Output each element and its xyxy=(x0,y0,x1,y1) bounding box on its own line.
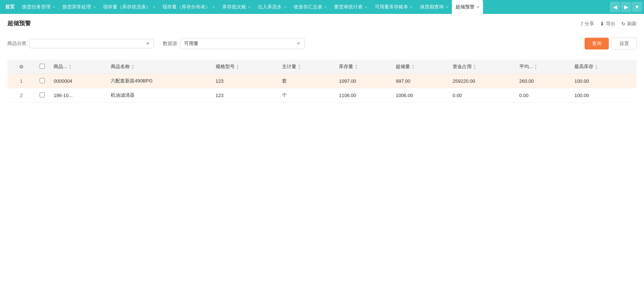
nav-close-icon-6[interactable]: × xyxy=(284,5,286,9)
nav-item-label-9: 可用量库存账本 xyxy=(375,4,408,10)
nav-close-icon-2[interactable]: × xyxy=(93,5,95,9)
nav-prev-button[interactable]: ◀ xyxy=(610,2,620,12)
settings-button[interactable]: 设置 xyxy=(612,38,637,49)
col-header-goods_name[interactable]: 商品名称▲▼ xyxy=(106,60,211,74)
nav-item-2[interactable]: 拣货异常处理× xyxy=(59,0,99,14)
nav-item-label-0: 首页 xyxy=(5,4,15,10)
col-label-max_stock: 最高库存 xyxy=(574,64,593,69)
nav-close-icon-9[interactable]: × xyxy=(410,5,413,9)
nav-item-8[interactable]: 要货单统计表× xyxy=(330,0,371,14)
col-header-index: ⚙ xyxy=(7,60,35,74)
sort-icon-goods_name[interactable]: ▲▼ xyxy=(131,64,134,70)
col-label-goods_code: 商品... xyxy=(54,64,67,69)
nav-item-label-2: 拣货异常处理 xyxy=(62,4,91,10)
cell-index-1: 2 xyxy=(7,88,35,103)
category-filter: 商品分类 ▼ xyxy=(7,39,154,48)
sort-icon-goods_code[interactable]: ▲▼ xyxy=(69,64,72,70)
nav-close-icon-1[interactable]: × xyxy=(53,5,55,9)
refresh-icon: ↻ xyxy=(621,21,626,27)
nav-item-1[interactable]: 拣货任务管理× xyxy=(18,0,59,14)
category-select[interactable]: ▼ xyxy=(29,39,154,48)
nav-bar: 首页拣货任务管理×拣货异常处理×现存量（库存状况表）×现存量（库存分布表）×库存… xyxy=(0,0,644,14)
select-all-checkbox[interactable] xyxy=(40,64,45,69)
nav-item-label-7: 收发存汇总表 xyxy=(294,4,322,10)
col-label-goods_name: 商品名称 xyxy=(111,64,130,69)
page-header: 超储预警 ⤴ 分享 ⬇ 导出 ↻ 刷新 xyxy=(7,20,637,27)
nav-item-0[interactable]: 首页 xyxy=(1,0,18,14)
sort-icon-stock[interactable]: ▲▼ xyxy=(355,64,358,70)
nav-close-icon-11[interactable]: × xyxy=(477,5,479,9)
col-header-max_stock[interactable]: 最高库存▲▼ xyxy=(570,60,637,74)
page-content: 超储预警 ⤴ 分享 ⬇ 导出 ↻ 刷新 商品分类 ▼ 数据源 xyxy=(0,14,644,293)
nav-item-10[interactable]: 保质期查询× xyxy=(416,0,452,14)
col-header-goods_code[interactable]: 商品...▲▼ xyxy=(49,60,106,74)
nav-item-7[interactable]: 收发存汇总表× xyxy=(290,0,330,14)
nav-close-icon-7[interactable]: × xyxy=(325,5,327,9)
nav-more-button[interactable]: ▼ xyxy=(632,2,642,12)
nav-item-label-1: 拣货任务管理 xyxy=(22,4,51,10)
cell-unit-0: 套 xyxy=(278,74,334,88)
cell-goods_code-1: 186-10... xyxy=(49,88,106,103)
nav-item-6[interactable]: 出入库流水× xyxy=(254,0,290,14)
gear-icon[interactable]: ⚙ xyxy=(19,64,24,70)
export-link[interactable]: ⬇ 导出 xyxy=(600,21,615,27)
nav-item-3[interactable]: 现存量（库存状况表）× xyxy=(99,0,159,14)
nav-item-label-4: 现存量（库存分布表） xyxy=(162,4,210,10)
cell-capital-0: 259220.00 xyxy=(448,74,515,88)
nav-next-button[interactable]: ▶ xyxy=(621,2,631,12)
nav-close-icon-3[interactable]: × xyxy=(153,5,155,9)
refresh-link[interactable]: ↻ 刷新 xyxy=(621,21,637,27)
row-checkbox-1[interactable] xyxy=(40,92,45,97)
nav-close-icon-5[interactable]: × xyxy=(248,5,250,9)
cell-overstock-1: 1006.00 xyxy=(391,88,448,103)
sort-icon-unit[interactable]: ▲▼ xyxy=(298,64,301,70)
export-icon: ⬇ xyxy=(600,21,604,27)
col-header-checkbox xyxy=(35,60,49,74)
category-label: 商品分类 xyxy=(7,40,26,47)
nav-close-icon-4[interactable]: × xyxy=(212,5,215,9)
cell-spec-1: 123 xyxy=(211,88,278,103)
col-label-avg: 平均... xyxy=(519,64,533,69)
sort-icon-overstock[interactable]: ▲▼ xyxy=(411,64,414,70)
row-checkbox-0[interactable] xyxy=(40,78,45,83)
table-row: 10000004六配套新昌490BPG123套1097.00997.002592… xyxy=(7,74,637,88)
col-header-stock[interactable]: 库存量▲▼ xyxy=(334,60,391,74)
nav-arrows: ◀ ▶ ▼ xyxy=(610,2,643,12)
sort-icon-avg[interactable]: ▲▼ xyxy=(534,64,537,70)
cell-max_stock-0: 100.00 xyxy=(570,74,637,88)
datasource-select-value: 可用量 xyxy=(184,40,198,47)
cell-capital-1: 0.00 xyxy=(448,88,515,103)
share-icon: ⤴ xyxy=(581,21,583,27)
cell-checkbox-1 xyxy=(35,88,49,103)
query-button[interactable]: 查询 xyxy=(585,38,609,49)
datasource-label: 数据源 xyxy=(163,40,177,47)
filter-actions: 查询 设置 xyxy=(585,38,637,49)
cell-index-0: 1 xyxy=(7,74,35,88)
sort-icon-spec[interactable]: ▲▼ xyxy=(236,64,239,70)
col-label-unit: 主计量 xyxy=(282,64,296,69)
cell-stock-0: 1097.00 xyxy=(334,74,391,88)
sort-icon-max_stock[interactable]: ▲▼ xyxy=(595,64,598,70)
col-header-avg[interactable]: 平均...▲▼ xyxy=(515,60,570,74)
col-label-spec: 规格型号 xyxy=(216,64,235,69)
nav-item-9[interactable]: 可用量库存账本× xyxy=(371,0,416,14)
col-header-overstock[interactable]: 超储量▲▼ xyxy=(391,60,448,74)
col-label-capital: 资金占用 xyxy=(453,64,472,69)
share-link[interactable]: ⤴ 分享 xyxy=(581,21,594,27)
col-header-unit[interactable]: 主计量▲▼ xyxy=(278,60,334,74)
cell-goods_code-0: 0000004 xyxy=(49,74,106,88)
nav-close-icon-8[interactable]: × xyxy=(365,5,367,9)
nav-item-4[interactable]: 现存量（库存分布表）× xyxy=(159,0,218,14)
cell-stock-1: 1106.00 xyxy=(334,88,391,103)
sort-icon-capital[interactable]: ▲▼ xyxy=(473,64,476,70)
col-header-capital[interactable]: 资金占用▲▼ xyxy=(448,60,515,74)
col-label-overstock: 超储量 xyxy=(396,64,410,69)
cell-avg-0: 260.00 xyxy=(515,74,570,88)
nav-item-5[interactable]: 库存批次账× xyxy=(219,0,254,14)
nav-item-11[interactable]: 超储预警× xyxy=(452,0,483,14)
table-header: ⚙商品...▲▼商品名称▲▼规格型号▲▼主计量▲▼库存量▲▼超储量▲▼资金占用▲… xyxy=(7,60,637,74)
col-header-spec[interactable]: 规格型号▲▼ xyxy=(211,60,278,74)
table-row: 2186-10...机油滤清器123个1106.001006.000.000.0… xyxy=(7,88,637,103)
datasource-select[interactable]: 可用量 ▼ xyxy=(180,38,305,49)
nav-close-icon-10[interactable]: × xyxy=(446,5,448,9)
